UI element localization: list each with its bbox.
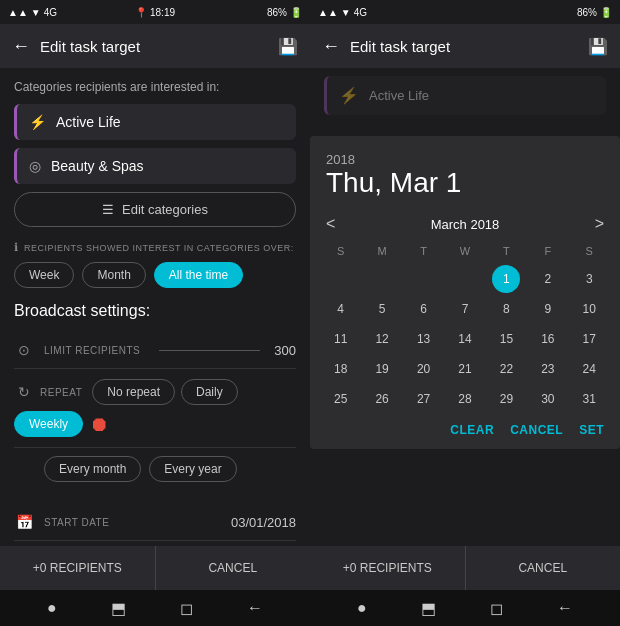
network-icon-right: ▲▲ (318, 7, 338, 18)
category-item-beauty-spas[interactable]: ◎ Beauty & Spas (14, 148, 296, 184)
cal-day-28[interactable]: 28 (451, 385, 479, 413)
calendar-week-3: 11 12 13 14 15 16 17 (320, 325, 610, 353)
cal-day-7[interactable]: 7 (451, 295, 479, 323)
edit-categories-button[interactable]: ☰ Edit categories (14, 192, 296, 227)
blurred-category-1: ⚡ Active Life (324, 76, 606, 115)
cal-day-27[interactable]: 27 (410, 385, 438, 413)
cancel-button-right[interactable]: CANCEL (466, 546, 621, 590)
cancel-button-left[interactable]: CANCEL (156, 546, 311, 590)
extra-pills-row: Every month Every year (14, 448, 296, 490)
pill-weekly[interactable]: Weekly (14, 411, 83, 437)
nav-back-icon[interactable]: ← (247, 599, 263, 617)
start-date-row: 📅 START DATE 03/01/2018 (14, 504, 296, 541)
page-title-left: Edit task target (40, 38, 268, 55)
limit-value: 300 (274, 343, 296, 358)
cal-day-11[interactable]: 11 (327, 325, 355, 353)
broadcast-title: Broadcast settings: (14, 302, 296, 320)
status-bar-left: ▲▲ ▼ 4G 📍 18:19 86% 🔋 (0, 0, 310, 24)
pill-month[interactable]: Month (82, 262, 145, 288)
nav-home-icon: ◻ (180, 599, 193, 618)
recipients-button-right[interactable]: +0 RECIPIENTS (310, 546, 466, 590)
cal-day-21[interactable]: 21 (451, 355, 479, 383)
save-button-left[interactable]: 💾 (278, 37, 298, 56)
nav-recent-icon: ⬒ (111, 599, 126, 618)
cal-day-31[interactable]: 31 (575, 385, 603, 413)
cal-day-23[interactable]: 23 (534, 355, 562, 383)
calendar-week-2: 4 5 6 7 8 9 10 (320, 295, 610, 323)
back-button-left[interactable]: ← (12, 36, 30, 57)
bottom-bar-right: +0 RECIPIENTS CANCEL (310, 546, 620, 590)
categories-section-label: Categories recipients are interested in: (14, 80, 296, 94)
bottom-bar-left: +0 RECIPIENTS CANCEL (0, 546, 310, 590)
back-button-right[interactable]: ← (322, 36, 340, 57)
cal-day-29[interactable]: 29 (492, 385, 520, 413)
save-button-right[interactable]: 💾 (588, 37, 608, 56)
cal-day-empty-3 (410, 265, 438, 293)
start-date-icon: 📅 (14, 514, 34, 530)
calendar-next-button[interactable]: > (595, 215, 604, 233)
repeat-record-icon[interactable]: ⏺ (89, 413, 109, 436)
cal-day-4[interactable]: 4 (327, 295, 355, 323)
calendar-set-button[interactable]: SET (579, 423, 604, 437)
cal-day-25[interactable]: 25 (327, 385, 355, 413)
cal-day-24[interactable]: 24 (575, 355, 603, 383)
cal-day-18[interactable]: 18 (327, 355, 355, 383)
nav-bar-left: ● ⬒ ◻ ← (0, 590, 310, 626)
pill-daily[interactable]: Daily (181, 379, 238, 405)
calendar-year: 2018 (326, 152, 604, 167)
repeat-icon: ↻ (14, 384, 34, 400)
cal-day-14[interactable]: 14 (451, 325, 479, 353)
dow-s1: S (320, 241, 361, 261)
cal-day-16[interactable]: 16 (534, 325, 562, 353)
screen-right: ▲▲ ▼ 4G 📍 18:18 86% 🔋 ← Edit task target… (310, 0, 620, 626)
cal-day-17[interactable]: 17 (575, 325, 603, 353)
calendar-month-nav: < March 2018 > (310, 207, 620, 241)
pill-all-time[interactable]: All the time (154, 262, 243, 288)
calendar-selected-day: Thu, Mar 1 (326, 167, 604, 199)
cal-day-26[interactable]: 26 (368, 385, 396, 413)
recipients-button-left[interactable]: +0 RECIPIENTS (0, 546, 156, 590)
cal-day-3[interactable]: 3 (575, 265, 603, 293)
cal-day-13[interactable]: 13 (410, 325, 438, 353)
nav-bar-right: ● ⬒ ◻ ← (310, 590, 620, 626)
calendar-overlay: 2018 Thu, Mar 1 < March 2018 > S M T W T… (310, 136, 620, 449)
pill-every-year[interactable]: Every year (149, 456, 236, 482)
pill-week[interactable]: Week (14, 262, 74, 288)
top-bar-left: ← Edit task target 💾 (0, 24, 310, 68)
repeat-row: ↻ REPEAT No repeat Daily Weekly ⏺ (14, 369, 296, 448)
calendar-cancel-button[interactable]: CANCEL (510, 423, 563, 437)
cal-day-30[interactable]: 30 (534, 385, 562, 413)
cal-day-1[interactable]: 1 (492, 265, 520, 293)
nav-back-icon-right[interactable]: ← (557, 599, 573, 617)
cal-day-19[interactable]: 19 (368, 355, 396, 383)
calendar-clear-button[interactable]: CLEAR (450, 423, 494, 437)
cal-day-2[interactable]: 2 (534, 265, 562, 293)
repeat-label: REPEAT (40, 387, 82, 398)
calendar-week-5: 25 26 27 28 29 30 31 (320, 385, 610, 413)
category-item-active-life[interactable]: ⚡ Active Life (14, 104, 296, 140)
pill-every-month[interactable]: Every month (44, 456, 141, 482)
right-content-background: ⚡ Active Life 2018 Thu, Mar 1 < March 20… (310, 68, 620, 546)
cal-day-20[interactable]: 20 (410, 355, 438, 383)
cal-day-10[interactable]: 10 (575, 295, 603, 323)
calendar-prev-button[interactable]: < (326, 215, 335, 233)
battery-left: 86% (267, 7, 287, 18)
cal-day-15[interactable]: 15 (492, 325, 520, 353)
cal-day-5[interactable]: 5 (368, 295, 396, 323)
cal-day-9[interactable]: 9 (534, 295, 562, 323)
battery-icon-left: 🔋 (290, 7, 302, 18)
cal-day-22[interactable]: 22 (492, 355, 520, 383)
cal-day-6[interactable]: 6 (410, 295, 438, 323)
wifi-icon-right: ▼ (341, 7, 351, 18)
calendar-actions: CLEAR CANCEL SET (310, 415, 620, 441)
limit-underline (159, 350, 260, 351)
dow-f: F (527, 241, 568, 261)
calendar-week-1: 1 2 3 (320, 265, 610, 293)
edit-categories-list-icon: ☰ (102, 202, 114, 217)
pill-no-repeat[interactable]: No repeat (92, 379, 175, 405)
cal-day-12[interactable]: 12 (368, 325, 396, 353)
screen-left: ▲▲ ▼ 4G 📍 18:19 86% 🔋 ← Edit task target… (0, 0, 310, 626)
cal-day-8[interactable]: 8 (492, 295, 520, 323)
time-pills-row: Week Month All the time (14, 262, 296, 288)
dow-t1: T (403, 241, 444, 261)
